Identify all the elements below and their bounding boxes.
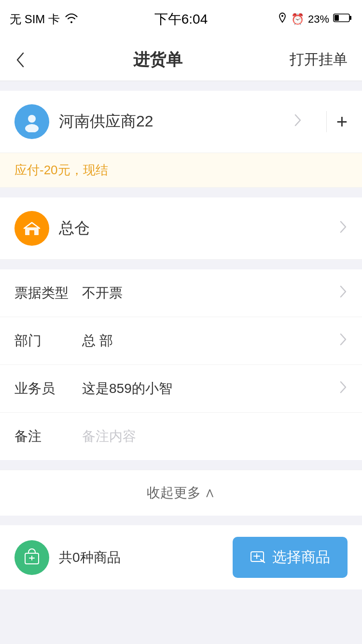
dept-arrow-icon (339, 332, 348, 350)
notice-bar: 应付-20元，现结 (0, 153, 362, 188)
back-button[interactable] (14, 51, 26, 69)
collapse-row[interactable]: 收起更多 ∧ (0, 470, 362, 516)
battery-label: 23% (308, 13, 329, 26)
product-icon (14, 540, 49, 575)
bottom-bar: 共0种商品 选择商品 (0, 525, 362, 589)
status-time: 下午6:04 (154, 10, 208, 28)
supplier-name: 河南供应商22 (59, 111, 293, 132)
warehouse-name: 总仓 (59, 218, 339, 239)
supplier-section: 河南供应商22 + 应付-20元，现结 (0, 91, 362, 188)
note-row[interactable]: 备注 备注内容 (0, 413, 362, 460)
ticket-arrow-icon (339, 284, 348, 302)
notice-text: 应付-20元，现结 (14, 163, 108, 177)
staff-label: 业务员 (14, 379, 82, 398)
supplier-row[interactable]: 河南供应商22 + (0, 91, 362, 153)
alarm-icon: ⏰ (291, 13, 304, 26)
dept-row[interactable]: 部门 总 部 (0, 317, 362, 365)
collapse-text: 收起更多 ∧ (147, 484, 216, 502)
add-supplier-button[interactable]: + (336, 111, 348, 133)
select-product-button[interactable]: 选择商品 (233, 537, 348, 578)
ticket-type-value: 不开票 (82, 284, 339, 302)
page-title: 进货单 (133, 49, 182, 71)
select-product-label: 选择商品 (272, 547, 330, 567)
vertical-divider (326, 111, 327, 132)
sim-label: 无 SIM 卡 (10, 12, 60, 27)
dept-value: 总 部 (82, 332, 339, 350)
divider-1 (0, 81, 362, 91)
note-input[interactable]: 备注内容 (82, 427, 348, 446)
warehouse-row[interactable]: 总仓 (0, 197, 362, 260)
staff-row[interactable]: 业务员 这是859的小智 (0, 365, 362, 413)
warehouse-arrow-icon (339, 220, 348, 238)
status-right: ⏰ 23% (278, 13, 352, 26)
svg-point-4 (28, 115, 36, 123)
wifi-icon (65, 13, 78, 26)
supplier-avatar (14, 104, 49, 139)
open-pending-button[interactable]: 打开挂单 (290, 50, 348, 70)
svg-point-0 (281, 15, 283, 17)
svg-rect-2 (349, 16, 351, 20)
location-icon (278, 13, 287, 26)
svg-point-5 (25, 124, 39, 132)
warehouse-icon (14, 211, 49, 246)
svg-rect-7 (29, 230, 34, 235)
form-section: 票据类型 不开票 部门 总 部 业务员 这是859的小智 (0, 269, 362, 460)
battery-icon (333, 13, 352, 26)
dept-label: 部门 (14, 332, 82, 350)
product-count: 共0种商品 (59, 548, 223, 567)
staff-arrow-icon (339, 380, 348, 398)
select-product-icon (250, 551, 266, 564)
warehouse-section: 总仓 (0, 197, 362, 260)
nav-bar: 进货单 打开挂单 (0, 39, 362, 81)
svg-rect-3 (334, 15, 339, 21)
ticket-type-label: 票据类型 (14, 284, 82, 302)
status-left: 无 SIM 卡 (10, 12, 78, 27)
status-bar: 无 SIM 卡 下午6:04 ⏰ 23% (0, 0, 362, 39)
ticket-type-row[interactable]: 票据类型 不开票 (0, 269, 362, 317)
supplier-arrow-icon (293, 113, 302, 131)
staff-value: 这是859的小智 (82, 379, 339, 398)
note-label: 备注 (14, 427, 82, 446)
